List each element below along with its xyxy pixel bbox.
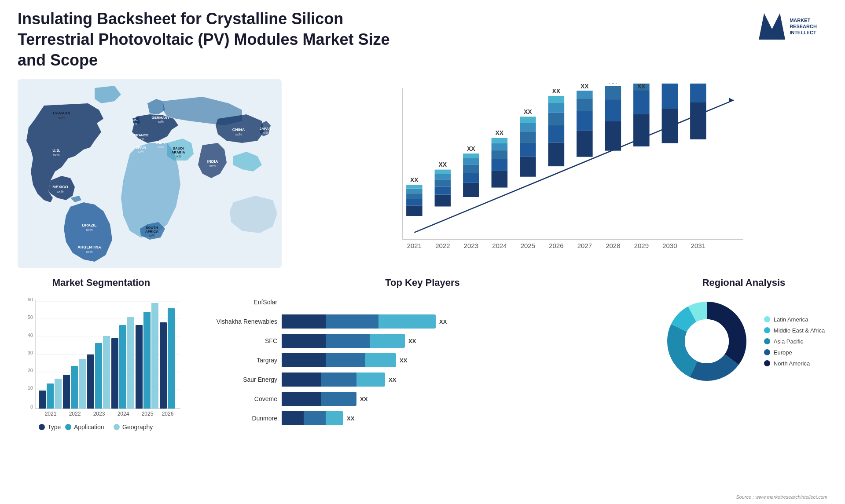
player-bar-area: XX — [282, 411, 638, 425]
bar-seg3 — [370, 334, 405, 348]
svg-text:30: 30 — [28, 350, 33, 355]
legend-dot-apac — [764, 338, 770, 344]
svg-text:U.K.: U.K. — [131, 118, 138, 122]
player-row: Coveme XX — [207, 392, 638, 406]
svg-rect-120 — [55, 379, 62, 409]
svg-rect-51 — [463, 165, 479, 173]
donut-chart — [663, 297, 751, 385]
svg-text:2030: 2030 — [662, 242, 677, 249]
svg-rect-57 — [492, 150, 508, 159]
svg-text:XX: XX — [496, 130, 504, 137]
player-name: Coveme — [207, 395, 277, 402]
svg-rect-44 — [435, 187, 451, 195]
legend-label-mea: Middle East & Africa — [774, 327, 825, 334]
svg-text:XX: XX — [524, 108, 532, 115]
bar-seg2 — [326, 314, 378, 329]
legend-item-mea: Middle East & Africa — [764, 327, 825, 334]
svg-rect-78 — [605, 121, 621, 151]
svg-text:XX: XX — [552, 88, 561, 95]
svg-text:2023: 2023 — [464, 242, 478, 249]
svg-text:GERMANY: GERMANY — [152, 116, 170, 120]
bar-seg2 — [326, 334, 370, 348]
svg-text:xx%: xx% — [86, 228, 92, 232]
svg-text:2026: 2026 — [549, 242, 563, 249]
legend-item-na: North America — [764, 360, 825, 367]
svg-rect-128 — [119, 325, 126, 409]
svg-rect-87 — [662, 84, 678, 109]
player-bar-area: XX — [282, 353, 638, 367]
legend-dot-mea — [764, 327, 770, 333]
player-row: Vishakha Renewables XX — [207, 314, 638, 329]
player-name: Saur Energy — [207, 376, 277, 383]
svg-text:xx%: xx% — [58, 116, 65, 120]
svg-text:CANADA: CANADA — [53, 111, 70, 115]
svg-text:xx%: xx% — [53, 153, 59, 157]
bar-seg1 — [282, 392, 321, 406]
legend-item-apac: Asia Pacific — [764, 338, 825, 345]
svg-text:Geography: Geography — [122, 424, 153, 431]
svg-text:2025: 2025 — [142, 411, 154, 417]
player-row: Saur Energy XX — [207, 373, 638, 387]
svg-text:2021: 2021 — [45, 411, 57, 417]
bar-seg3 — [326, 411, 343, 425]
svg-rect-45 — [435, 180, 451, 187]
svg-rect-56 — [492, 159, 508, 171]
player-bar-area — [282, 295, 638, 309]
svg-rect-76 — [577, 91, 593, 99]
player-row: Targray XX — [207, 353, 638, 367]
regional-section: Regional Analysis — [660, 277, 827, 484]
svg-text:xx%: xx% — [262, 131, 268, 134]
page-title: Insulating Backsheet for Crystalline Sil… — [18, 9, 414, 70]
players-title: Top Key Players — [207, 277, 638, 289]
svg-rect-132 — [151, 303, 158, 409]
svg-line-35 — [414, 100, 734, 233]
svg-rect-83 — [633, 90, 650, 114]
svg-text:2025: 2025 — [521, 242, 535, 249]
svg-rect-74 — [577, 111, 593, 131]
regional-title: Regional Analysis — [660, 277, 827, 289]
source-text: Source : www.marketresearchintellect.com — [736, 494, 827, 500]
svg-rect-55 — [492, 171, 508, 188]
svg-text:CHINA: CHINA — [232, 128, 245, 132]
legend-dot-latin — [764, 316, 770, 322]
legend-label-na: North America — [774, 360, 810, 367]
legend-dot-na — [764, 360, 770, 366]
content-top: CANADA xx% U.S. xx% MEXICO xx% BRAZIL xx… — [18, 79, 827, 268]
svg-rect-89 — [690, 102, 706, 139]
svg-text:20: 20 — [28, 368, 33, 373]
svg-rect-130 — [136, 325, 143, 409]
svg-text:2028: 2028 — [606, 242, 620, 249]
svg-text:50: 50 — [28, 314, 33, 320]
player-row: EnfSolar — [207, 295, 638, 309]
svg-rect-131 — [143, 312, 151, 409]
bar-seg1 — [282, 411, 304, 425]
svg-text:SOUTH: SOUTH — [146, 226, 158, 230]
svg-text:40: 40 — [28, 332, 33, 338]
logo-area: MARKET RESEARCH INTELLECT — [748, 9, 827, 44]
growth-bar-chart: XX XX XX — [299, 84, 819, 273]
content-bottom: Market Segmentation 60 50 40 30 20 10 0 — [18, 277, 827, 484]
svg-rect-80 — [605, 86, 621, 99]
svg-text:BRAZIL: BRAZIL — [82, 223, 97, 227]
donut-svg — [663, 297, 751, 385]
player-bar — [282, 411, 343, 425]
svg-rect-86 — [662, 109, 678, 143]
svg-rect-40 — [406, 189, 422, 194]
svg-rect-123 — [79, 359, 86, 409]
main-container: Insulating Backsheet for Crystalline Sil… — [0, 0, 845, 504]
svg-rect-47 — [435, 170, 451, 174]
svg-rect-37 — [406, 206, 422, 216]
svg-rect-41 — [406, 185, 422, 189]
map-section: CANADA xx% U.S. xx% MEXICO xx% BRAZIL xx… — [18, 79, 282, 268]
svg-rect-122 — [71, 366, 78, 409]
svg-rect-133 — [160, 322, 167, 409]
svg-rect-64 — [520, 123, 536, 131]
svg-rect-127 — [111, 338, 118, 409]
player-bar-area: XX — [282, 334, 638, 348]
bar-seg1 — [282, 353, 326, 367]
logo-text: MARKET RESEARCH INTELLECT — [790, 17, 817, 36]
bar-seg1 — [282, 334, 326, 348]
svg-rect-63 — [520, 131, 536, 142]
svg-text:AFRICA: AFRICA — [145, 230, 158, 234]
growth-chart-svg: XX XX XX — [308, 84, 819, 273]
